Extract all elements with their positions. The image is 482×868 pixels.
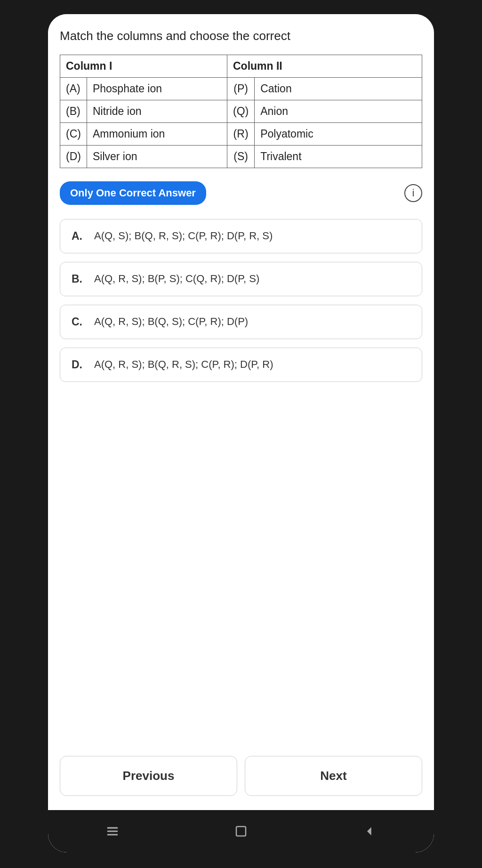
svg-rect-3 xyxy=(236,827,246,836)
col2-label: (R) xyxy=(227,122,254,145)
option-label: B. xyxy=(72,273,86,285)
col1-label: (A) xyxy=(60,77,87,100)
col3-value: Cation xyxy=(255,77,422,100)
info-icon[interactable]: i xyxy=(404,184,422,202)
col1-header: Column I xyxy=(60,55,227,77)
svg-rect-2 xyxy=(107,834,118,836)
col3-value: Polyatomic xyxy=(255,122,422,145)
option-item[interactable]: C. A(Q, R, S); B(Q, S); C(P, R); D(P) xyxy=(60,305,422,339)
bottom-navigation-bar xyxy=(48,810,434,852)
menu-icon[interactable] xyxy=(103,822,122,841)
svg-rect-1 xyxy=(107,830,118,832)
table-row: (D) Silver ion (S) Trivalent xyxy=(60,145,422,168)
col2-label: (P) xyxy=(227,77,254,100)
question-text: Match the columns and choose the correct xyxy=(60,28,422,44)
option-text: A(Q, R, S); B(Q, R, S); C(P, R); D(P, R) xyxy=(94,358,273,371)
option-item[interactable]: B. A(Q, R, S); B(P, S); C(Q, R); D(P, S) xyxy=(60,262,422,296)
col1-label: (C) xyxy=(60,122,87,145)
col2-label: (S) xyxy=(227,145,254,168)
col2-header: Column II xyxy=(227,55,422,77)
table-row: (C) Ammonium ion (R) Polyatomic xyxy=(60,122,422,145)
home-icon[interactable] xyxy=(232,822,250,841)
option-text: A(Q, R, S); B(Q, S); C(P, R); D(P) xyxy=(94,316,248,328)
option-text: A(Q, R, S); B(P, S); C(Q, R); D(P, S) xyxy=(94,273,259,285)
table-row: (A) Phosphate ion (P) Cation xyxy=(60,77,422,100)
svg-marker-4 xyxy=(367,827,371,836)
col1-value: Phosphate ion xyxy=(87,77,227,100)
next-button[interactable]: Next xyxy=(245,756,422,796)
nav-buttons: Previous Next xyxy=(60,746,422,801)
option-text: A(Q, S); B(Q, R, S); C(P, R); D(P, R, S) xyxy=(94,230,273,242)
option-label: A. xyxy=(72,230,86,243)
back-icon[interactable] xyxy=(360,822,379,841)
col1-value: Silver ion xyxy=(87,145,227,168)
option-item[interactable]: A. A(Q, S); B(Q, R, S); C(P, R); D(P, R,… xyxy=(60,219,422,253)
col1-value: Nitride ion xyxy=(87,100,227,122)
option-label: C. xyxy=(72,316,86,328)
table-row: (B) Nitride ion (Q) Anion xyxy=(60,100,422,122)
col1-label: (D) xyxy=(60,145,87,168)
options-list: A. A(Q, S); B(Q, R, S); C(P, R); D(P, R,… xyxy=(60,219,422,742)
col2-label: (Q) xyxy=(227,100,254,122)
col3-value: Trivalent xyxy=(255,145,422,168)
option-item[interactable]: D. A(Q, R, S); B(Q, R, S); C(P, R); D(P,… xyxy=(60,348,422,382)
match-table: Column I Column II (A) Phosphate ion (P)… xyxy=(60,55,422,168)
col3-value: Anion xyxy=(255,100,422,122)
col1-label: (B) xyxy=(60,100,87,122)
only-one-correct-badge: Only One Correct Answer xyxy=(60,181,206,205)
col1-value: Ammonium ion xyxy=(87,122,227,145)
previous-button[interactable]: Previous xyxy=(60,756,237,796)
option-label: D. xyxy=(72,358,86,371)
svg-rect-0 xyxy=(107,827,118,828)
